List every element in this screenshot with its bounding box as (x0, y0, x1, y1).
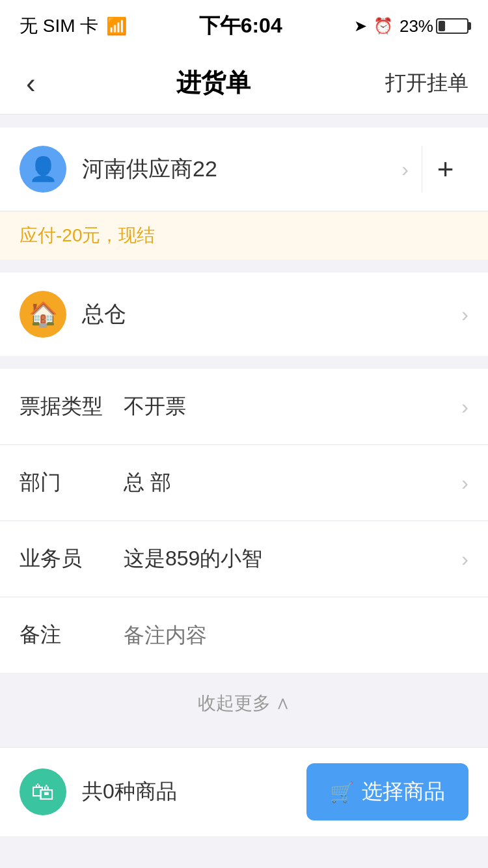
product-count: 共0种商品 (82, 778, 291, 806)
divider-2 (0, 260, 488, 273)
battery-bar (436, 18, 468, 34)
warehouse-row[interactable]: 🏠 总仓 › (0, 273, 488, 356)
dept-value: 总 部 (124, 468, 455, 497)
page-title: 进货单 (176, 66, 251, 100)
select-product-button[interactable]: 🛒 选择商品 (306, 763, 468, 821)
plus-icon: + (437, 153, 454, 185)
product-icon-wrap: 🛍 (20, 768, 66, 815)
divider-3 (0, 356, 488, 369)
no-sim-text: 无 SIM 卡 (20, 14, 98, 38)
note-row[interactable]: 备注 (0, 597, 488, 673)
note-input[interactable] (124, 623, 468, 647)
warehouse-chevron-icon: › (461, 303, 468, 327)
house-icon: 🏠 (29, 301, 58, 328)
alarm-icon: ⏰ (373, 17, 393, 35)
select-product-icon: 🛒 (330, 781, 354, 804)
open-pending-button[interactable]: 打开挂单 (385, 69, 468, 98)
warehouse-card: 🏠 总仓 › (0, 273, 488, 356)
note-label: 备注 (20, 621, 111, 649)
sales-row[interactable]: 业务员 这是859的小智 › (0, 521, 488, 597)
dept-chevron-icon: › (461, 471, 468, 495)
location-icon: ➤ (354, 17, 367, 35)
notice-text: 应付-20元，现结 (20, 225, 155, 245)
divider-1 (0, 115, 488, 128)
status-left: 无 SIM 卡 📶 (20, 14, 127, 38)
status-bar: 无 SIM 卡 📶 下午6:04 ➤ ⏰ 23% (0, 0, 488, 52)
invoice-type-row[interactable]: 票据类型 不开票 › (0, 369, 488, 445)
collapse-row[interactable]: 收起更多 ∧ (0, 673, 488, 734)
back-button[interactable]: ‹ (20, 61, 42, 106)
sales-value: 这是859的小智 (124, 545, 455, 573)
battery-fill (439, 21, 445, 31)
supplier-avatar: 👤 (20, 146, 66, 193)
dept-label: 部门 (20, 468, 111, 497)
collapse-label: 收起更多 ∧ (198, 691, 291, 716)
bottom-bar: 🛍 共0种商品 🛒 选择商品 (0, 747, 488, 836)
supplier-name: 河南供应商22 (82, 154, 395, 184)
warehouse-icon-wrap: 🏠 (20, 291, 66, 338)
invoice-value: 不开票 (124, 392, 455, 421)
select-product-label: 选择商品 (362, 778, 445, 806)
invoice-chevron-icon: › (461, 395, 468, 419)
form-card: 票据类型 不开票 › 部门 总 部 › 业务员 这是859的小智 › 备注 (0, 369, 488, 673)
battery-indicator: 23% (400, 16, 468, 36)
sales-chevron-icon: › (461, 547, 468, 571)
nav-bar: ‹ 进货单 打开挂单 (0, 52, 488, 115)
sales-label: 业务员 (20, 545, 111, 573)
shopping-bag-icon: 🛍 (31, 778, 55, 806)
supplier-card: 👤 河南供应商22 › + 应付-20元，现结 (0, 128, 488, 260)
status-time: 下午6:04 (199, 12, 282, 40)
add-supplier-button[interactable]: + (422, 146, 468, 193)
divider-4 (0, 734, 488, 747)
dept-row[interactable]: 部门 总 部 › (0, 445, 488, 521)
avatar-icon: 👤 (29, 156, 58, 183)
supplier-row[interactable]: 👤 河南供应商22 › + (0, 128, 488, 211)
wifi-icon: 📶 (106, 16, 127, 36)
notice-bar: 应付-20元，现结 (0, 211, 488, 260)
invoice-label: 票据类型 (20, 392, 111, 421)
supplier-chevron-icon: › (401, 157, 409, 182)
status-right: ➤ ⏰ 23% (354, 16, 468, 36)
battery-percent-text: 23% (400, 16, 433, 36)
warehouse-name: 总仓 (82, 299, 455, 329)
